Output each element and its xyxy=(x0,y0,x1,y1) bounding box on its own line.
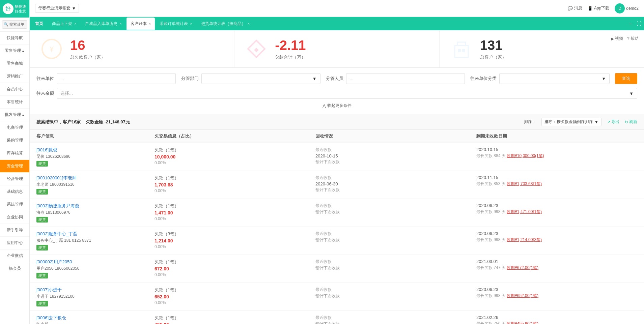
tab-product-history[interactable]: 产成品入库单历史× xyxy=(81,18,125,30)
from-unit-input[interactable]: ... xyxy=(57,73,176,84)
customer-info-cell: [0016]昆俊 昆俊 13026203696 现货 xyxy=(36,147,155,167)
app-download-button[interactable]: 📱 App下载 xyxy=(588,5,609,11)
tab-product-off[interactable]: 商品上下架× xyxy=(48,18,80,30)
sidebar-item-sys-mgmt[interactable]: 系统管理 xyxy=(0,198,29,211)
balance-select[interactable]: 选择... ▼ xyxy=(57,88,637,99)
sidebar-item-vip-member[interactable]: 畅会员 xyxy=(0,262,29,275)
tab-purchase-order[interactable]: 采购订单统计表× xyxy=(156,18,196,30)
from-unit-label: 往来单位 xyxy=(36,76,54,82)
sidebar-item-batch-mgmt[interactable]: 批发管理▲ xyxy=(0,109,29,121)
sidebar-item-retail-mgmt[interactable]: 零售管理▲ xyxy=(0,45,29,57)
filter-from-unit: 往来单位 ... xyxy=(36,73,176,84)
due-date-cell: 2020.06.23 最长欠款 998 天 超期¥652.00(1笔) xyxy=(476,287,637,299)
stats-row: ¥ 16 总欠款客户（家） ◆ -2.11 欠款合计（万） xyxy=(30,30,644,68)
payback-next: 预计下次收款 xyxy=(315,237,476,243)
sidebar-item-new-guide[interactable]: 新手引导 xyxy=(0,224,29,237)
overdue-link[interactable]: 超期¥1,214.00(3笔) xyxy=(507,237,542,242)
sidebar-item-retail-stat[interactable]: 零售统计 xyxy=(0,96,29,109)
tab-purchase-stat[interactable]: 进货单统计表（按商品）× xyxy=(197,18,254,30)
sort-select[interactable]: 排序：按欠款金额倒序排序 ▼ xyxy=(541,118,601,126)
search-button[interactable]: 查询 xyxy=(615,73,637,84)
chevron-icon: ▲ xyxy=(22,113,25,117)
sidebar-item-capital[interactable]: 资金管理 xyxy=(0,160,29,173)
sidebar-item-inventory[interactable]: 库存核算 xyxy=(0,147,29,160)
category-select[interactable]: ▼ xyxy=(499,73,610,84)
logo-text: 畅捷通好生意 xyxy=(15,4,27,14)
overdue-link[interactable]: 超期¥455.90(1笔) xyxy=(507,321,538,324)
sidebar-item-enterprise-wx[interactable]: 企业微信 xyxy=(0,249,29,262)
customer-name-link[interactable]: [0002]服务中心_丁磊 xyxy=(36,231,77,236)
payback-cell: 最近收款 预计下次收款 xyxy=(315,203,476,215)
tab-home[interactable]: 首页 xyxy=(31,18,47,30)
filter-category: 往来单位分类 ▼ xyxy=(470,73,610,84)
phone-icon: 📱 xyxy=(588,6,593,11)
video-button[interactable]: ▶ 视频 xyxy=(611,36,623,41)
debt-percent: 0.00% xyxy=(155,272,315,277)
due-date: 2021.02.26 xyxy=(476,315,637,320)
help-icon: ? xyxy=(627,36,629,41)
tab-close-purchase-stat[interactable]: × xyxy=(248,22,250,26)
customer-name-link[interactable]: [0006]去下粮仓 xyxy=(36,315,66,320)
sidebar-item-member[interactable]: 会员中心 xyxy=(0,83,29,96)
stat-info-debt-total: -2.11 欠款合计（万） xyxy=(275,38,306,60)
tabs-maximize-button[interactable]: ⛶ xyxy=(635,20,643,27)
main-content: ¥ 16 总欠款客户（家） ◆ -2.11 欠款合计（万） xyxy=(30,30,644,324)
overdue-link[interactable]: 超期¥1,703.68(1笔) xyxy=(507,181,542,186)
search-icon: 🔍 xyxy=(4,22,8,27)
message-button[interactable]: 💬 消息 xyxy=(568,5,582,11)
stat-info-all-customers: 131 总客户（家） xyxy=(480,38,506,60)
due-overdue: 最长欠款 884 天 超期¥10,000.00(1笔) xyxy=(476,153,637,159)
due-date: 2020.06.23 xyxy=(476,287,637,292)
search-menu-button[interactable]: 🔍 搜索菜单 xyxy=(2,20,27,29)
debt-amount: 455.90 xyxy=(155,322,315,324)
overdue-link[interactable]: 超期¥10,000.00(1笔) xyxy=(507,153,544,158)
sidebar-item-basic-info[interactable]: 基础信息 xyxy=(0,185,29,198)
customer-tag: 现货 xyxy=(36,161,48,167)
sidebar-item-marketing[interactable]: 营销推广 xyxy=(0,70,29,83)
tab-close-purchase-order[interactable]: × xyxy=(190,22,192,26)
customer-name-link[interactable]: [0016]昆俊 xyxy=(36,147,57,152)
sidebar-item-app-center[interactable]: 应用中心 xyxy=(0,237,29,249)
overdue-link[interactable]: 超期¥1,471.00(1笔) xyxy=(507,209,542,214)
dept-select[interactable]: ▼ xyxy=(201,73,320,84)
svg-text:¥: ¥ xyxy=(49,45,54,53)
due-date: 2020.06.23 xyxy=(476,231,637,236)
collapse-button[interactable]: ⋀ 收起更多条件 xyxy=(323,103,352,109)
tabs-minimize-button[interactable]: – xyxy=(628,20,633,27)
person-input[interactable]: ... xyxy=(346,73,465,84)
sidebar-item-ecom-mgmt[interactable]: 电商管理 xyxy=(0,121,29,134)
industry-select[interactable]: 母婴行业演示账套 ▼ xyxy=(35,4,79,13)
logo-icon: 好 xyxy=(3,3,13,14)
user-profile[interactable]: D demo2 xyxy=(615,3,639,13)
tab-close-product-off[interactable]: × xyxy=(74,22,76,26)
refresh-button[interactable]: ↻ 刷新 xyxy=(625,119,637,125)
overdue-link[interactable]: 超期¥652.00(1笔) xyxy=(507,293,538,298)
col-debt-info: 欠交易信息（占比） xyxy=(155,133,315,139)
export-button[interactable]: ↗ 导出 xyxy=(607,119,619,125)
payback-label: 最近收款 xyxy=(315,175,476,181)
due-date: 2020.06.23 xyxy=(476,203,637,208)
table-row: [0003]畅捷服务尹海蕊 海燕 18513066976 现货 欠款（1笔） 1… xyxy=(30,199,644,227)
customer-info-cell: [0002]服务中心_丁磊 服务中心_丁磊 181 0125 8371 现货 xyxy=(36,231,155,251)
sidebar-item-operation[interactable]: 经营管理 xyxy=(0,173,29,185)
customer-contact: 服务中心_丁磊 181 0125 8371 xyxy=(36,238,155,243)
tab-close-customer-account[interactable]: × xyxy=(149,22,151,26)
debt-customers-label: 总欠款客户（家） xyxy=(70,54,105,60)
sidebar-item-quick-nav[interactable]: 快捷导航 xyxy=(0,32,29,45)
customer-name-link[interactable]: [0007]小进干 xyxy=(36,287,62,292)
help-button[interactable]: ? 帮助 xyxy=(627,36,639,41)
stat-card-debt-total: ◆ -2.11 欠款合计（万） xyxy=(234,30,439,67)
debt-amount: 652.00 xyxy=(155,294,315,299)
customer-tag: 现货 xyxy=(36,273,48,278)
debt-count: 欠款（1笔） xyxy=(155,203,315,209)
tab-customer-account[interactable]: 客户账本× xyxy=(127,18,155,30)
customer-name-link[interactable]: [000002]用户2050 xyxy=(36,259,72,264)
customer-name-link[interactable]: [0003]畅捷服务尹海蕊 xyxy=(36,203,79,208)
customer-name-link[interactable]: [0001020001]李老师 xyxy=(36,175,77,180)
sidebar-item-retail-mall[interactable]: 零售商城 xyxy=(0,57,29,70)
sort-label: 排序： xyxy=(524,119,536,125)
tab-close-product-history[interactable]: × xyxy=(119,22,121,26)
sidebar-item-purchase-mgmt[interactable]: 采购管理 xyxy=(0,134,29,147)
sidebar-item-enterprise-coop[interactable]: 企业协同 xyxy=(0,211,29,224)
overdue-link[interactable]: 超期¥672.00(1笔) xyxy=(507,265,538,270)
